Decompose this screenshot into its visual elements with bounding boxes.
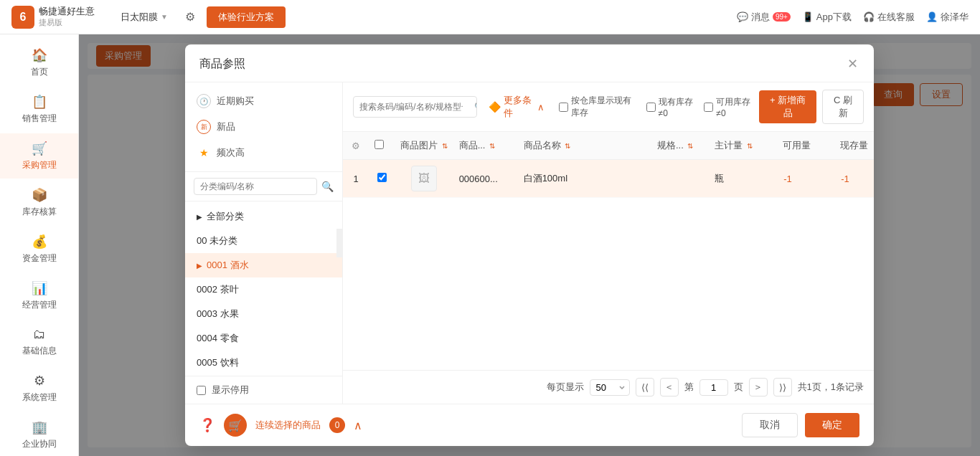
message-icon: 💬	[737, 11, 748, 22]
product-search-input[interactable]	[354, 102, 468, 112]
modal-header: 商品参照 ✕	[185, 44, 874, 82]
modal-title: 商品参照	[199, 57, 245, 72]
footer-action-buttons: 取消 确定	[742, 413, 859, 437]
main-layout: 🏠 首页 📋 销售管理 🛒 采购管理 📦 库存核算 💰 资金管理 📊 经营管理 …	[0, 34, 980, 456]
checkbox-available-stock-input[interactable]	[704, 103, 713, 112]
product-search-button[interactable]: 🔍	[468, 101, 477, 113]
page-last-button[interactable]: ⟩⟩	[773, 378, 792, 396]
shortcut-recent[interactable]: 🕐 近期购买	[185, 88, 342, 114]
page-next-button[interactable]: ＞	[749, 378, 768, 396]
category-search-input[interactable]	[194, 178, 317, 195]
system-icon: ⚙	[34, 373, 45, 389]
checkbox-warehouse-stock[interactable]: 按仓库显示现有库存	[559, 95, 638, 119]
category-00[interactable]: 00 未分类	[185, 229, 342, 253]
inventory-icon: 📦	[32, 187, 47, 203]
th-spec[interactable]: 规格... ⇅	[651, 132, 709, 160]
checkbox-current-stock-input[interactable]	[646, 103, 656, 112]
select-all-checkbox[interactable]	[374, 140, 384, 149]
nav-user[interactable]: 👤 徐泽华	[926, 11, 969, 24]
page-prev-button[interactable]: ＜	[660, 378, 679, 396]
category-0003[interactable]: 0003 水果	[185, 302, 342, 326]
category-search-icon[interactable]: 🔍	[321, 181, 334, 192]
td-unit: 瓶	[709, 160, 759, 198]
th-checkbox[interactable]	[369, 132, 395, 160]
checkbox-current-stock[interactable]: 现有库存≠0	[646, 96, 696, 118]
filter-icon: 🔶	[489, 101, 501, 113]
sidebar-item-inventory[interactable]: 📦 库存核算	[0, 180, 78, 225]
user-avatar-icon: 👤	[926, 11, 938, 22]
page-first-button[interactable]: ⟨⟨	[636, 378, 654, 396]
th-available: 可用量	[759, 132, 816, 160]
footer-collapse-icon[interactable]: ∧	[354, 419, 362, 432]
sort-icon-unit: ⇅	[747, 142, 753, 150]
category-0005[interactable]: 0005 饮料	[185, 351, 342, 375]
th-unit[interactable]: 主计量 ⇅	[709, 132, 759, 160]
cancel-button[interactable]: 取消	[742, 413, 798, 437]
new-icon: 新	[197, 120, 211, 134]
category-0001[interactable]: ▶ 0001 酒水	[185, 253, 342, 277]
logo-text: 畅捷通好生意	[39, 6, 95, 18]
td-stock: -1	[816, 160, 874, 198]
right-toolbar: 🔍 🔶 更多条件 ∧ 按仓库显示现有库存	[343, 82, 874, 132]
td-checkbox[interactable]	[369, 160, 395, 198]
th-code[interactable]: 商品... ⇅	[453, 132, 518, 160]
nav-online-service[interactable]: 🎧 在线客服	[863, 11, 915, 24]
th-image[interactable]: 商品图片 ⇅	[395, 132, 453, 160]
cart-icon[interactable]: 🛒	[224, 414, 247, 437]
modal-footer: ❓ 🛒 连续选择的商品 0 ∧ 取消 确定	[185, 404, 874, 446]
sidebar-item-enterprise[interactable]: 🏢 企业协同	[0, 412, 78, 456]
page-size-select[interactable]: 20 50 100	[590, 379, 630, 396]
sort-icon-spec: ⇅	[687, 142, 693, 150]
sidebar-item-basic[interactable]: 🗂 基础信息	[0, 320, 78, 364]
category-all[interactable]: ▶ 全部分类	[185, 204, 342, 229]
shortcuts-panel: 🕐 近期购买 新 新品 ★ 频次高	[185, 82, 342, 172]
page-number-input[interactable]	[699, 379, 728, 396]
shortcut-frequent[interactable]: ★ 频次高	[185, 140, 342, 166]
sidebar-item-sales[interactable]: 📋 销售管理	[0, 87, 78, 132]
page-unit-label: 页	[734, 381, 743, 394]
enterprise-icon: 🏢	[32, 419, 47, 435]
add-product-button[interactable]: + 新增商品	[759, 90, 816, 123]
app-icon: 📱	[802, 11, 814, 22]
td-image: 🖼	[395, 160, 453, 198]
nav-gear-icon[interactable]: ⚙	[182, 7, 198, 27]
td-spec	[651, 160, 709, 198]
category-0004[interactable]: 0004 零食	[185, 326, 342, 351]
sidebar-item-operations[interactable]: 📊 经营管理	[0, 273, 78, 318]
nav-app-download[interactable]: 📱 App下载	[802, 11, 852, 24]
nav-cta-button[interactable]: 体验行业方案	[207, 6, 286, 28]
collapse-left-panel-button[interactable]: 《	[336, 229, 343, 257]
sidebar-item-home[interactable]: 🏠 首页	[0, 40, 78, 85]
refresh-button[interactable]: C 刷新	[822, 90, 864, 124]
help-icon[interactable]: ❓	[199, 417, 215, 433]
sidebar-item-system[interactable]: ⚙ 系统管理	[0, 366, 78, 411]
sidebar-item-purchase[interactable]: 🛒 采购管理	[0, 133, 78, 179]
show-disabled-checkbox[interactable]	[197, 386, 206, 395]
logo-area: 6 畅捷通好生意 捷易版	[11, 6, 95, 29]
th-settings[interactable]: ⚙	[343, 132, 369, 160]
nav-selector[interactable]: 日太阳膜 ▼	[115, 8, 174, 27]
headset-icon: 🎧	[863, 11, 875, 22]
th-name[interactable]: 商品名称 ⇅	[518, 132, 651, 160]
checkbox-available-stock[interactable]: 可用库存≠0	[704, 96, 753, 118]
shortcut-new[interactable]: 新 新品	[185, 114, 342, 140]
checkbox-warehouse-stock-input[interactable]	[559, 103, 568, 112]
page-label: 第	[684, 381, 694, 394]
modal-close-button[interactable]: ✕	[846, 54, 859, 73]
content-area: 采购管理 查询 设置 商品参照 ✕	[79, 34, 980, 456]
product-search-box: 🔍	[353, 96, 477, 118]
toolbar-checkboxes: 按仓库显示现有库存 现有库存≠0 可用库存≠0	[559, 95, 753, 119]
show-disabled-label[interactable]: 显示停用	[212, 384, 249, 396]
table-row[interactable]: 1 🖼	[343, 160, 874, 198]
more-filter-button[interactable]: 🔶 更多条件 ∧	[483, 91, 550, 123]
sidebar: 🏠 首页 📋 销售管理 🛒 采购管理 📦 库存核算 💰 资金管理 📊 经营管理 …	[0, 34, 79, 456]
sort-icon-img: ⇅	[442, 142, 448, 150]
row-checkbox[interactable]	[377, 173, 387, 182]
category-all-arrow: ▶	[197, 213, 202, 221]
sidebar-item-finance[interactable]: 💰 资金管理	[0, 227, 78, 272]
td-name: 白酒100ml	[518, 160, 651, 198]
category-0002[interactable]: 0002 茶叶	[185, 277, 342, 302]
confirm-button[interactable]: 确定	[805, 413, 859, 437]
nav-messages[interactable]: 💬 消息 99+	[737, 11, 791, 24]
top-nav: 6 畅捷通好生意 捷易版 日太阳膜 ▼ ⚙ 体验行业方案 💬 消息 99+ 📱 …	[0, 0, 980, 34]
